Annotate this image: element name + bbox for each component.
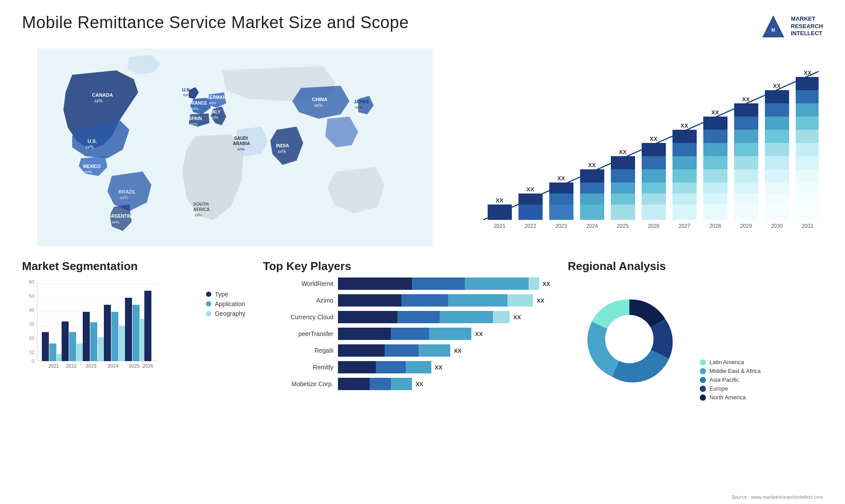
svg-rect-98 — [734, 205, 758, 220]
svg-text:2027: 2027 — [679, 223, 691, 229]
svg-rect-42 — [518, 205, 543, 220]
player-value-azimo: XX — [536, 297, 544, 304]
svg-rect-66 — [642, 183, 666, 194]
svg-rect-77 — [672, 205, 697, 220]
svg-rect-50 — [580, 169, 604, 183]
bar-seg-1 — [338, 361, 376, 373]
player-value-regalii: XX — [454, 347, 461, 354]
svg-rect-90 — [734, 103, 758, 117]
bar-chart-svg: XX 2021 XX 2022 XX 2023 — [470, 53, 819, 229]
player-name-worldremit: WorldRemit — [263, 280, 334, 287]
bar-seg-2 — [391, 328, 429, 340]
svg-rect-52 — [580, 194, 604, 205]
player-currency-cloud: Currency Cloud XX — [263, 311, 551, 323]
svg-text:2024: 2024 — [586, 223, 598, 229]
svg-rect-150 — [90, 322, 97, 361]
svg-rect-107 — [765, 169, 789, 183]
donut-chart-svg — [568, 278, 691, 401]
svg-rect-149 — [83, 312, 90, 361]
svg-text:XX: XX — [557, 175, 565, 182]
svg-rect-72 — [672, 143, 697, 156]
player-value-peertransfer: XX — [475, 331, 482, 337]
svg-rect-41 — [518, 194, 543, 205]
svg-text:2022: 2022 — [525, 223, 536, 229]
player-value-mobetize: XX — [415, 381, 423, 387]
svg-text:2023: 2023 — [86, 363, 96, 369]
legend-label-latin-america: Latin America — [709, 359, 744, 365]
svg-rect-51 — [580, 183, 604, 194]
legend-label-middle-east: Middle East & Africa — [709, 368, 760, 374]
bar-seg-4 — [493, 311, 510, 323]
player-name-mobetize: Mobetize Corp. — [263, 380, 334, 387]
svg-text:SAUDI: SAUDI — [234, 136, 248, 141]
player-bar-currency-cloud: XX — [338, 311, 551, 323]
svg-rect-163 — [144, 291, 151, 361]
svg-rect-113 — [796, 77, 819, 90]
bar-seg-3 — [391, 378, 412, 390]
svg-rect-120 — [796, 169, 819, 183]
svg-text:xx%: xx% — [211, 115, 218, 120]
svg-rect-105 — [765, 143, 789, 156]
player-name-remitly: Remitly — [263, 364, 334, 371]
legend-label-application: Application — [215, 300, 245, 307]
svg-rect-87 — [703, 205, 727, 220]
svg-rect-101 — [765, 90, 789, 103]
svg-rect-56 — [611, 156, 635, 169]
svg-rect-121 — [796, 183, 819, 194]
svg-text:xx%: xx% — [237, 147, 245, 151]
svg-rect-142 — [49, 343, 56, 361]
svg-rect-108 — [765, 183, 789, 194]
svg-rect-97 — [734, 194, 758, 205]
player-value-remitly: XX — [435, 364, 442, 371]
svg-rect-68 — [642, 205, 666, 220]
svg-rect-116 — [796, 117, 819, 130]
svg-rect-157 — [125, 298, 132, 361]
legend-asia-pacific: Asia Pacific — [700, 376, 760, 383]
svg-text:CHINA: CHINA — [312, 97, 327, 102]
svg-text:2026: 2026 — [648, 223, 660, 229]
map-container: CANADA xx% U.S. xx% MEXICO xx% BRAZIL xx… — [22, 48, 448, 246]
regional-legend: Latin America Middle East & Africa Asia … — [700, 359, 760, 401]
svg-text:FRANCE: FRANCE — [189, 101, 207, 106]
svg-rect-91 — [734, 117, 758, 130]
svg-rect-117 — [796, 130, 819, 143]
svg-text:XX: XX — [773, 83, 781, 89]
bar-seg-2 — [376, 361, 406, 373]
player-name-currency-cloud: Currency Cloud — [263, 314, 334, 321]
bar-seg-3 — [419, 344, 450, 357]
svg-text:AFRICA: AFRICA — [193, 207, 210, 212]
legend-label-europe: Europe — [709, 385, 728, 392]
svg-text:xx%: xx% — [190, 122, 198, 126]
svg-rect-109 — [765, 194, 789, 205]
header: Mobile Remittance Service Market Size an… — [22, 13, 823, 40]
svg-rect-57 — [611, 169, 635, 183]
bar-seg-2 — [412, 278, 465, 290]
svg-text:2025: 2025 — [617, 223, 629, 229]
svg-rect-86 — [703, 194, 727, 205]
legend-label-geography: Geography — [215, 310, 245, 317]
svg-rect-123 — [796, 205, 819, 220]
svg-text:xx%: xx% — [85, 145, 94, 150]
svg-rect-103 — [765, 117, 789, 130]
svg-text:ARGENTINA: ARGENTINA — [108, 214, 134, 219]
svg-text:2021: 2021 — [48, 363, 59, 369]
svg-text:2026: 2026 — [143, 363, 153, 369]
player-bar-peertransfer: XX — [338, 328, 551, 340]
svg-rect-45 — [549, 183, 573, 194]
regional-section: Regional Analysis — [568, 259, 823, 491]
svg-point-165 — [605, 315, 654, 363]
bar-seg-1 — [338, 344, 385, 357]
svg-text:xx%: xx% — [278, 149, 286, 154]
player-bar-azimo: XX — [338, 294, 551, 307]
svg-text:2028: 2028 — [709, 223, 721, 229]
svg-text:xx%: xx% — [120, 195, 128, 200]
svg-rect-83 — [703, 156, 727, 169]
svg-rect-73 — [672, 156, 697, 169]
page-container: Mobile Remittance Service Market Size an… — [0, 0, 845, 504]
svg-text:XX: XX — [588, 162, 596, 168]
bar-seg-3 — [465, 278, 528, 290]
player-bar-remitly: XX — [338, 361, 551, 373]
svg-text:xx%: xx% — [94, 99, 103, 103]
svg-text:SOUTH: SOUTH — [193, 202, 209, 207]
svg-rect-118 — [796, 143, 819, 156]
